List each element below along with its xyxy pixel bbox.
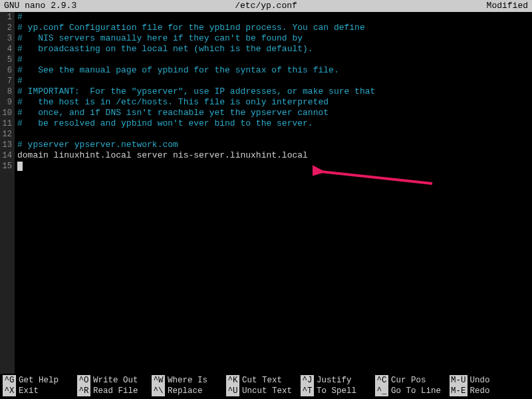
shortcut-item: ^KCut Text bbox=[226, 375, 301, 386]
line-number: 3 bbox=[0, 33, 12, 44]
shortcut-footer: ^GGet Help^OWrite Out^WWhere Is^KCut Tex… bbox=[0, 374, 532, 399]
code-line[interactable]: # bbox=[17, 55, 375, 65]
code-line[interactable]: # NIS servers manually here if they can'… bbox=[17, 33, 375, 44]
line-number-gutter: 123456789101112131415 bbox=[0, 12, 15, 374]
modified-status: Modified bbox=[487, 0, 528, 12]
shortcut-key: ^O bbox=[77, 375, 90, 386]
shortcut-row-2: ^XExit^RRead File^\Replace^UUncut Text^T… bbox=[3, 386, 529, 396]
shortcut-row-1: ^GGet Help^OWrite Out^WWhere Is^KCut Tex… bbox=[3, 375, 529, 386]
shortcut-item: ^CCur Pos bbox=[375, 375, 450, 386]
shortcut-item: M-ERedo bbox=[450, 386, 501, 396]
line-number: 13 bbox=[0, 140, 12, 150]
text-content[interactable]: ## yp.conf Configuration file for the yp… bbox=[15, 12, 375, 374]
code-line[interactable]: # IMPORTANT: For the "ypserver", use IP … bbox=[17, 86, 375, 97]
shortcut-item: ^GGet Help bbox=[3, 375, 77, 386]
shortcut-label: Write Out bbox=[93, 375, 138, 386]
shortcut-item: ^XExit bbox=[3, 386, 77, 396]
code-line[interactable]: domain linuxhint.local server nis-server… bbox=[17, 150, 375, 161]
shortcut-key: M-U bbox=[450, 375, 467, 386]
code-line[interactable]: # the host is in /etc/hosts. This file i… bbox=[17, 97, 375, 108]
shortcut-label: Go To Line bbox=[391, 386, 441, 396]
titlebar: GNU nano 2.9.3 /etc/yp.conf Modified bbox=[0, 0, 532, 12]
code-line[interactable]: # once, and if DNS isn't reachable yet t… bbox=[17, 108, 375, 118]
shortcut-key: ^X bbox=[3, 386, 16, 396]
file-path: /etc/yp.conf bbox=[0, 0, 532, 12]
code-line[interactable] bbox=[17, 161, 375, 172]
shortcut-item: ^_Go To Line bbox=[375, 386, 450, 396]
line-number: 14 bbox=[0, 150, 12, 161]
line-number: 15 bbox=[0, 161, 12, 172]
shortcut-item: M-UUndo bbox=[450, 375, 501, 386]
shortcut-item: ^WWhere Is bbox=[152, 375, 226, 386]
code-line[interactable]: # broadcasting on the local net (which i… bbox=[17, 44, 375, 55]
shortcut-item: ^OWrite Out bbox=[77, 375, 152, 386]
line-number: 8 bbox=[0, 86, 12, 97]
shortcut-label: Cur Pos bbox=[391, 375, 426, 386]
code-line[interactable]: # bbox=[17, 76, 375, 86]
line-number: 1 bbox=[0, 12, 12, 23]
code-line[interactable]: # be resolved and ypbind won't ever bind… bbox=[17, 118, 375, 129]
line-number: 11 bbox=[0, 118, 12, 129]
code-line[interactable] bbox=[17, 129, 375, 140]
editor-area[interactable]: 123456789101112131415 ## yp.conf Configu… bbox=[0, 12, 532, 374]
code-line[interactable]: # bbox=[17, 12, 375, 23]
shortcut-label: Replace bbox=[168, 386, 203, 396]
shortcut-item: ^UUncut Text bbox=[226, 386, 301, 396]
shortcut-item: ^\Replace bbox=[152, 386, 226, 396]
line-number: 10 bbox=[0, 108, 12, 118]
shortcut-key: ^K bbox=[226, 375, 239, 386]
line-number: 9 bbox=[0, 97, 12, 108]
shortcut-label: Redo bbox=[470, 386, 490, 396]
shortcut-key: ^C bbox=[375, 375, 388, 386]
shortcut-label: Undo bbox=[470, 375, 490, 386]
line-number: 6 bbox=[0, 65, 12, 76]
shortcut-key: ^_ bbox=[375, 386, 388, 396]
line-number: 2 bbox=[0, 23, 12, 33]
shortcut-key: ^G bbox=[3, 375, 16, 386]
shortcut-key: ^U bbox=[226, 386, 239, 396]
app-name: GNU nano 2.9.3 bbox=[4, 0, 76, 12]
code-line[interactable]: # ypserver ypserver.network.com bbox=[17, 140, 375, 150]
shortcut-item: ^TTo Spell bbox=[301, 386, 375, 396]
shortcut-key: ^R bbox=[77, 386, 90, 396]
shortcut-label: Cut Text bbox=[242, 375, 282, 386]
shortcut-item: ^RRead File bbox=[77, 386, 152, 396]
shortcut-label: Exit bbox=[19, 386, 39, 396]
shortcut-label: Uncut Text bbox=[242, 386, 292, 396]
line-number: 4 bbox=[0, 44, 12, 55]
code-line[interactable]: # See the manual page of ypbind for the … bbox=[17, 65, 375, 76]
shortcut-key: M-E bbox=[450, 386, 467, 396]
shortcut-key: ^T bbox=[301, 386, 314, 396]
line-number: 5 bbox=[0, 55, 12, 65]
shortcut-label: Get Help bbox=[19, 375, 59, 386]
line-number: 12 bbox=[0, 129, 12, 140]
shortcut-key: ^\ bbox=[152, 386, 165, 396]
shortcut-label: Where Is bbox=[168, 375, 207, 386]
shortcut-key: ^J bbox=[301, 375, 314, 386]
shortcut-label: Justify bbox=[317, 375, 352, 386]
shortcut-key: ^W bbox=[152, 375, 165, 386]
line-number: 7 bbox=[0, 76, 12, 86]
shortcut-item: ^JJustify bbox=[301, 375, 375, 386]
code-line[interactable]: # yp.conf Configuration file for the ypb… bbox=[17, 23, 375, 33]
text-cursor bbox=[17, 162, 23, 171]
shortcut-label: Read File bbox=[93, 386, 138, 396]
shortcut-label: To Spell bbox=[317, 386, 356, 396]
